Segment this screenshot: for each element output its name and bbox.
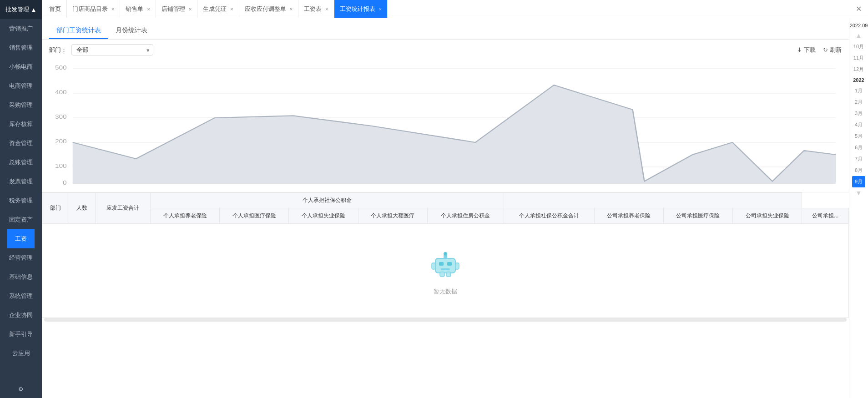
sidebar-item-企业协同[interactable]: 企业协同 bbox=[7, 306, 35, 325]
sidebar-item-系统管理[interactable]: 系统管理 bbox=[7, 287, 35, 306]
tab-5[interactable]: 应收应付调整单× bbox=[239, 0, 298, 18]
timeline-item-12月[interactable]: 12月 bbox=[852, 64, 865, 75]
empty-icon bbox=[427, 246, 464, 282]
sidebar-item-资金管理[interactable]: 资金管理 bbox=[7, 134, 35, 153]
sidebar: 批发管理 ▲ 营销推广销售管理小畅电商电商管理采购管理库存核算资金管理总账管理发… bbox=[0, 0, 42, 398]
sidebar-item-采购管理[interactable]: 采购管理 bbox=[7, 96, 35, 115]
col-company-insurance-group bbox=[504, 193, 802, 208]
tab-3[interactable]: 店铺管理× bbox=[156, 0, 197, 18]
download-button[interactable]: ⬇ 下载 bbox=[797, 46, 816, 54]
table-empty-row: 暂无数据 bbox=[42, 224, 849, 318]
sidebar-item-基础信息[interactable]: 基础信息 bbox=[7, 267, 35, 287]
svg-rect-22 bbox=[455, 263, 459, 269]
dept-select[interactable]: 全部 bbox=[71, 44, 153, 55]
timeline-item-6月[interactable]: 6月 bbox=[852, 142, 865, 153]
col-company-medical: 公司承担医疗保险 bbox=[663, 208, 732, 224]
dept-select-wrapper: 全部 ▾ bbox=[71, 44, 153, 55]
svg-rect-15 bbox=[435, 258, 455, 273]
tab-1[interactable]: 门店商品目录× bbox=[67, 0, 120, 18]
content-area: 部门工资统计表 月份统计表 部门： 全部 ▾ ⬇ bbox=[42, 18, 868, 398]
empty-cell: 暂无数据 bbox=[42, 224, 849, 318]
svg-point-20 bbox=[444, 252, 447, 256]
svg-text:0: 0 bbox=[63, 179, 67, 186]
download-label: 下载 bbox=[804, 46, 816, 54]
tab-close-2[interactable]: × bbox=[147, 6, 150, 12]
col-personal-housing-fund: 个人承担住房公积金 bbox=[427, 208, 504, 224]
tab-close-7[interactable]: × bbox=[379, 6, 382, 12]
col-personal-medical: 个人承担医疗保险 bbox=[220, 208, 289, 224]
svg-rect-24 bbox=[446, 272, 451, 277]
col-company-unemployment: 公司承担失业保险 bbox=[732, 208, 802, 224]
timeline-down-arrow[interactable]: ▼ bbox=[856, 187, 862, 198]
col-personal-unemployment: 个人承担失业保险 bbox=[289, 208, 358, 224]
timeline-item-8月[interactable]: 8月 bbox=[852, 165, 865, 176]
dept-label: 部门： bbox=[49, 46, 67, 54]
svg-rect-18 bbox=[441, 268, 450, 270]
sidebar-item-经营管理[interactable]: 经营管理 bbox=[7, 248, 35, 267]
empty-state: 暂无数据 bbox=[47, 227, 844, 314]
sidebar-footer-settings[interactable]: ⚙ bbox=[0, 380, 42, 398]
empty-text: 暂无数据 bbox=[434, 287, 457, 296]
toolbar-left: 部门： 全部 ▾ bbox=[49, 44, 153, 55]
page-content: 部门工资统计表 月份统计表 部门： 全部 ▾ ⬇ bbox=[42, 18, 849, 398]
tab-dept-salary[interactable]: 部门工资统计表 bbox=[49, 23, 108, 39]
timeline-item-2月[interactable]: 2月 bbox=[852, 96, 865, 108]
svg-text:100: 100 bbox=[55, 162, 67, 169]
tab-close-4[interactable]: × bbox=[230, 6, 233, 12]
tab-4[interactable]: 生成凭证× bbox=[197, 0, 239, 18]
sidebar-item-小畅电商[interactable]: 小畅电商 bbox=[7, 57, 35, 76]
toolbar-right: ⬇ 下载 ↻ 刷新 bbox=[797, 46, 842, 54]
sidebar-item-电商管理[interactable]: 电商管理 bbox=[7, 76, 35, 96]
refresh-button[interactable]: ↻ 刷新 bbox=[823, 46, 842, 54]
svg-text:300: 300 bbox=[55, 113, 67, 120]
tab-6[interactable]: 工资表× bbox=[298, 0, 334, 18]
col-company-pension: 公司承担养老保险 bbox=[594, 208, 663, 224]
chart-container: 500 400 300 200 100 0 bbox=[42, 60, 849, 192]
close-all-tabs-button[interactable]: ✕ bbox=[851, 5, 866, 13]
sidebar-item-新手引导[interactable]: 新手引导 bbox=[7, 325, 35, 344]
sidebar-arrow-icon: ▲ bbox=[31, 6, 37, 13]
sidebar-item-库存核算[interactable]: 库存核算 bbox=[7, 115, 35, 134]
timeline-panel: 2022.09 ▲ 10月11月12月20221月2月3月4月5月6月7月8月9… bbox=[849, 18, 868, 398]
svg-marker-12 bbox=[73, 85, 836, 183]
timeline-up-arrow[interactable]: ▲ bbox=[856, 30, 862, 41]
sub-tabs: 部门工资统计表 月份统计表 bbox=[42, 18, 849, 40]
timeline-item-11月[interactable]: 11月 bbox=[852, 52, 865, 64]
sidebar-item-云应用[interactable]: 云应用 bbox=[7, 344, 35, 363]
tab-0[interactable]: 首页 bbox=[44, 0, 67, 18]
svg-text:400: 400 bbox=[55, 89, 67, 96]
sidebar-item-固定资产[interactable]: 固定资产 bbox=[7, 210, 35, 229]
sidebar-item-工资[interactable]: 工资 bbox=[7, 229, 35, 248]
salary-table: 部门 人数 应发工资合计 个人承担社保公积金 个人承担养老保险 个人承担医疗保险… bbox=[42, 192, 849, 318]
timeline-item-10月[interactable]: 10月 bbox=[852, 41, 865, 52]
svg-rect-21 bbox=[432, 263, 435, 269]
sidebar-item-税务管理[interactable]: 税务管理 bbox=[7, 191, 35, 210]
timeline-item-4月[interactable]: 4月 bbox=[852, 119, 865, 131]
tab-month-stats[interactable]: 月份统计表 bbox=[108, 23, 155, 39]
sidebar-item-销售管理[interactable]: 销售管理 bbox=[7, 38, 35, 57]
tab-close-1[interactable]: × bbox=[111, 6, 114, 12]
main-area: 首页门店商品目录×销售单×店铺管理×生成凭证×应收应付调整单×工资表×工资统计报… bbox=[42, 0, 868, 398]
timeline-item-9月[interactable]: 9月 bbox=[852, 176, 865, 187]
tab-close-6[interactable]: × bbox=[325, 6, 328, 12]
sidebar-header[interactable]: 批发管理 ▲ bbox=[0, 0, 42, 19]
timeline-item-3月[interactable]: 3月 bbox=[852, 108, 865, 119]
timeline-item-2022[interactable]: 2022 bbox=[852, 75, 865, 85]
sidebar-item-发票管理[interactable]: 发票管理 bbox=[7, 172, 35, 191]
timeline-item-5月[interactable]: 5月 bbox=[852, 131, 865, 142]
timeline-item-7月[interactable]: 7月 bbox=[852, 153, 865, 165]
sidebar-item-营销推广[interactable]: 营销推广 bbox=[7, 19, 35, 38]
col-company-more: 公司承担... bbox=[802, 208, 849, 224]
tab-2[interactable]: 销售单× bbox=[120, 0, 156, 18]
tab-bar: 首页门店商品目录×销售单×店铺管理×生成凭证×应收应付调整单×工资表×工资统计报… bbox=[42, 0, 868, 18]
tab-7[interactable]: 工资统计报表× bbox=[334, 0, 388, 18]
tab-close-3[interactable]: × bbox=[189, 6, 192, 12]
sidebar-item-总账管理[interactable]: 总账管理 bbox=[7, 153, 35, 172]
tab-close-5[interactable]: × bbox=[290, 6, 293, 12]
col-personal-total: 个人承担社保公积金合计 bbox=[504, 208, 594, 224]
timeline-item-1月[interactable]: 1月 bbox=[852, 85, 865, 96]
svg-text:500: 500 bbox=[55, 65, 67, 71]
col-personal-major-medical: 个人承担大额医疗 bbox=[358, 208, 427, 224]
svg-rect-17 bbox=[447, 262, 452, 266]
refresh-icon: ↻ bbox=[823, 46, 828, 53]
